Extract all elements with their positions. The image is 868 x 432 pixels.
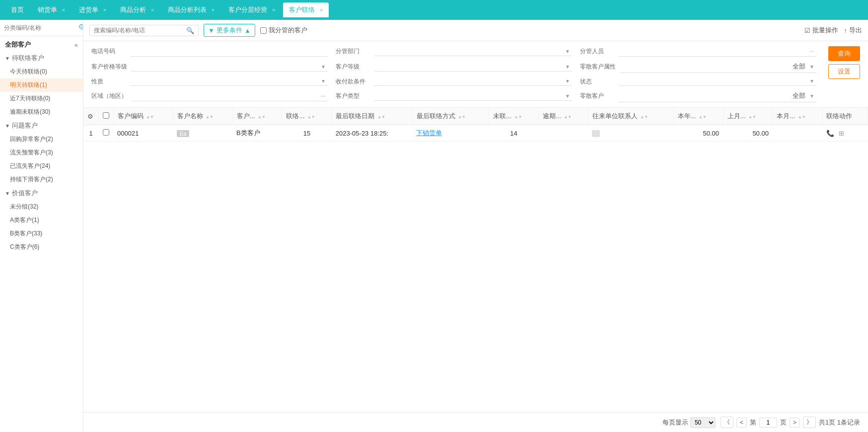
sidebar-item-today-contact[interactable]: 今天待联络(0) — [0, 65, 83, 78]
filter-row-2: 客户价格等级 ▼ 客户等级 ▼ 零散客户属性 — [91, 61, 816, 73]
my-customers-checkbox[interactable] — [260, 27, 267, 34]
sidebar-item-7day-contact[interactable]: 近7天待联络(0) — [0, 92, 83, 105]
prev-page-btn[interactable]: < — [736, 418, 747, 428]
filter-customer-type-select[interactable]: ▼ — [374, 92, 572, 101]
my-customers-checkbox-wrap[interactable]: 我分管的客户 — [260, 26, 307, 35]
sidebar-item-ungrouped[interactable]: 未分组(32) — [0, 200, 83, 214]
row-checkbox[interactable] — [103, 129, 109, 136]
action-qr-icon[interactable]: ⊞ — [839, 130, 844, 137]
more-conditions-label: 更多条件 — [217, 26, 242, 35]
col-last-method-sort[interactable]: ▲▼ — [458, 115, 466, 119]
page-size-select[interactable]: 10 20 50 100 — [690, 417, 716, 428]
all-customers-header[interactable]: 全部客户 « — [0, 36, 83, 51]
filter-price-level-select[interactable]: ▼ — [131, 63, 328, 72]
first-page-btn[interactable]: 《 — [721, 417, 733, 428]
nav-purchase-close[interactable]: × — [103, 7, 106, 13]
next-page-btn[interactable]: > — [790, 418, 800, 428]
col-overdue-sort[interactable]: ▲▼ — [564, 115, 572, 119]
sidebar-search-input[interactable] — [4, 24, 78, 31]
td-last-method: 下销货单 — [412, 125, 489, 142]
collapse-icon[interactable]: « — [74, 41, 78, 49]
nav-customer-contact-close[interactable]: × — [320, 7, 323, 13]
sidebar-search-icon[interactable]: 🔍 — [78, 24, 83, 32]
bulk-operation-btn[interactable]: ☑ 批量操作 — [804, 26, 838, 35]
select-all-checkbox[interactable] — [103, 112, 109, 119]
nav-customer-segment-close[interactable]: × — [272, 7, 275, 13]
sidebar-item-declining[interactable]: 持续下滑客户(2) — [0, 173, 83, 186]
group-problem-customers[interactable]: ▼ 问题客户 — [0, 119, 83, 133]
filter-retail-customer-select[interactable]: 全部 ▼ — [619, 90, 816, 102]
sidebar-item-class-b[interactable]: B类客户(33) — [0, 227, 83, 240]
nav-customer-contact[interactable]: 客户联络 × — [283, 2, 329, 17]
search-icon[interactable]: 🔍 — [186, 27, 194, 34]
nav-product-analysis[interactable]: 商品分析 × — [114, 2, 160, 17]
filter-region: 区域（地区） ··· — [91, 91, 328, 101]
customer-name-badge[interactable]: Ea — [177, 130, 189, 137]
query-button[interactable]: 查询 — [828, 46, 860, 61]
more-conditions-btn[interactable]: ▼ 更多条件 ▲ — [204, 24, 255, 37]
filter-retail-customer: 零散客户 全部 ▼ — [580, 90, 816, 102]
filter-actions: ☑ 批量操作 ↑ 导出 — [804, 26, 863, 35]
customer-type-chevron-icon: ▼ — [565, 93, 570, 99]
bulk-icon: ☑ — [804, 27, 810, 34]
nav-product-analysis-close[interactable]: × — [151, 7, 154, 13]
nav-home[interactable]: 首页 — [5, 2, 30, 17]
col-this-month-sort[interactable]: ▲▼ — [798, 115, 806, 119]
col-unit-contact-sort[interactable]: ▲▼ — [641, 115, 649, 119]
filter-status-select[interactable]: ▼ — [619, 77, 816, 86]
group-value-customers[interactable]: ▼ 价值客户 — [0, 186, 83, 200]
filter-customer-level-select[interactable]: ▼ — [374, 63, 572, 72]
filter-dept-select[interactable]: ▼ — [374, 47, 572, 56]
col-this-year-sort[interactable]: ▲▼ — [699, 115, 707, 119]
col-type-label: 客户... — [237, 112, 255, 120]
filter-person-select[interactable]: ··· — [619, 46, 816, 57]
filter-phone-input[interactable] — [130, 46, 328, 57]
sidebar-item-class-a[interactable]: A类客户(1) — [0, 214, 83, 227]
filter-gender-select[interactable]: ▼ — [130, 77, 328, 86]
filter-customer-type-label: 客户类型 — [336, 92, 370, 100]
sidebar-item-churned[interactable]: 已流失客户(24) — [0, 159, 83, 173]
last-method-link[interactable]: 下销货单 — [416, 129, 442, 137]
col-last-date-sort[interactable]: ▲▼ — [377, 115, 385, 119]
col-no-contact-sort[interactable]: ▲▼ — [514, 115, 522, 119]
col-code-sort[interactable]: ▲▼ — [146, 115, 154, 119]
nav-sales-close[interactable]: × — [62, 7, 65, 13]
group-pending-contact[interactable]: ▼ 待联络客户 — [0, 51, 83, 65]
sidebar-item-overdue-contact[interactable]: 逾期未联络(30) — [0, 105, 83, 119]
price-level-chevron-icon: ▼ — [321, 64, 326, 70]
last-page-btn[interactable]: 》 — [803, 417, 816, 428]
export-btn[interactable]: ↑ 导出 — [844, 26, 863, 35]
filter-payment-select[interactable]: ▼ — [374, 77, 572, 86]
filter-retail-attr-select[interactable]: 全部 ▼ — [620, 61, 816, 73]
table-row: 1 000021 Ea B类客户 15 2023-05-23 18:25: 下销… — [83, 125, 868, 142]
col-header-name: 客户名称 ▲▼ — [173, 108, 232, 125]
settings-icon[interactable]: ⚙ — [87, 113, 93, 120]
col-type-sort[interactable]: ▲▼ — [258, 115, 266, 119]
col-unit-contact-label: 往来单位联系人 — [592, 112, 638, 120]
action-phone-icon[interactable]: 📞 — [826, 130, 834, 137]
search-input[interactable] — [94, 27, 186, 34]
filter-payment: 收付款条件 ▼ — [336, 77, 572, 86]
nav-customer-segment[interactable]: 客户分层经营 × — [222, 2, 281, 17]
sidebar-item-abnormal-purchase[interactable]: 回购异常客户(2) — [0, 133, 83, 146]
set-button[interactable]: 设置 — [828, 64, 860, 79]
nav-purchase[interactable]: 进货单 × — [73, 2, 112, 17]
col-header-type: 客户... ▲▼ — [232, 108, 282, 125]
person-dots-icon: ··· — [809, 48, 814, 55]
filter-region-select[interactable]: ··· — [131, 91, 328, 101]
nav-product-list-close[interactable]: × — [212, 7, 215, 13]
nav-sales[interactable]: 销货单 × — [32, 2, 71, 17]
col-last-month-label: 上月... — [727, 112, 746, 120]
td-overdue — [538, 125, 588, 142]
filter-row-1: 电话号码 分管部门 ▼ 分管人员 ··· — [91, 46, 816, 57]
col-last-month-sort[interactable]: ▲▼ — [748, 115, 756, 119]
sidebar-item-churn-warning[interactable]: 流失预警客户(3) — [0, 146, 83, 159]
col-contact-count-sort[interactable]: ▲▼ — [307, 115, 315, 119]
col-name-sort[interactable]: ▲▼ — [206, 115, 214, 119]
nav-product-analysis-list[interactable]: 商品分析列表 × — [162, 2, 220, 17]
sidebar-item-class-c[interactable]: C类客户(6) — [0, 240, 83, 254]
export-label: 导出 — [849, 26, 862, 35]
sidebar-item-tomorrow-contact[interactable]: 明天待联络(1) — [0, 78, 83, 92]
sidebar: 🔍 全部客户 « ▼ 待联络客户 今天待联络(0) 明天待联络(1) 近7天待联… — [0, 20, 83, 432]
page-input[interactable] — [759, 418, 777, 428]
